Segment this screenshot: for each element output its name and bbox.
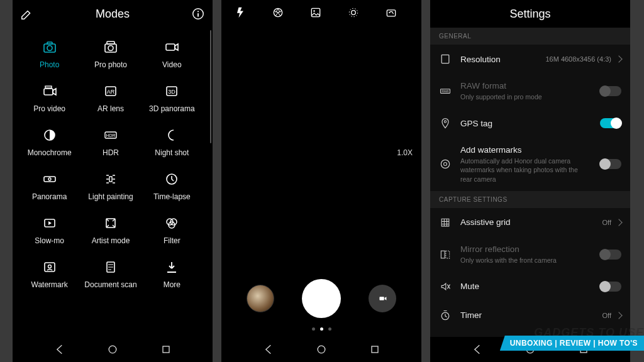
android-navbar [13,337,213,362]
nav-back-button[interactable] [471,343,484,356]
nav-back-button[interactable] [53,343,66,356]
mode-label: Monochrome [28,148,72,157]
settings-screen: Settings GENERAL Resolution 16M 4608x345… [430,0,630,362]
gps-icon [439,117,452,129]
settings-row-timer[interactable]: Timer Off [430,301,630,330]
shutter-button[interactable] [302,279,341,318]
settings-row-mute[interactable]: Mute [430,272,630,301]
row-subtitle: Only works with the front camera [460,256,591,265]
zoom-label[interactable]: 1.0X [397,148,413,157]
camera-screen: 1.0X [221,0,421,362]
row-subtitle: Automatically add Honor dual camera wate… [460,156,591,184]
mirror-icon [439,248,452,261]
camera-icon [39,39,60,55]
settings-row-mirror-reflection: Mirror reflection Only works with the fr… [430,237,630,272]
row-body: Resolution [460,55,536,64]
mode-time-lapse[interactable]: Time-lapse [142,171,203,201]
settings-row-assistive-grid[interactable]: Assistive grid Off [430,208,630,237]
monochrome-icon [39,127,60,143]
hdr-icon [100,127,121,143]
nav-home-button[interactable] [106,343,119,356]
mode-light-painting[interactable]: Light painting [80,171,141,201]
videocam-icon [375,292,389,305]
mode-pro-photo[interactable]: Pro photo [80,39,141,69]
mode-label: Document scan [84,280,136,289]
edit-button[interactable] [20,0,34,28]
mode-filter[interactable]: Filter [142,215,203,245]
modes-header: Modes [13,0,213,28]
row-body: Mirror reflection Only works with the fr… [460,244,591,265]
modes-title: Modes [96,8,130,21]
mode-artist-mode[interactable]: Artist mode [80,215,141,245]
toggle-switch[interactable] [600,159,621,169]
row-trailing: 16M 4608x3456 (4:3) [545,55,621,63]
mode-label: AR lens [97,104,124,113]
site-banner: UNBOXING | REVIEW | HOW TO'S [500,336,644,351]
effects-button[interactable] [347,6,360,19]
mode-label: Video [162,60,181,69]
panorama-icon [39,171,60,187]
nav-recent-button[interactable] [369,343,381,356]
toggle-switch[interactable] [600,118,621,128]
page-dot [328,327,331,331]
mode-pro-video[interactable]: Pro video [19,83,80,113]
page-indicator [221,327,421,331]
camera-top-controls [221,0,421,25]
mode-document-scan[interactable]: Document scan [80,259,141,289]
mode-watermark[interactable]: Watermark [19,259,80,289]
gallery-thumbnail[interactable] [247,285,274,312]
mode-photo[interactable]: Photo [19,39,80,69]
nav-recent-button[interactable] [160,343,172,356]
mode-video[interactable]: Video [142,39,203,69]
mode-3d-panorama[interactable]: 3D panorama [142,83,203,113]
switch-camera-button[interactable] [385,6,397,19]
docscan-icon [100,259,121,275]
grid-icon [439,216,452,229]
back-icon [262,343,275,356]
row-trailing [600,159,621,169]
mode-more[interactable]: More [142,259,203,289]
timelapse-icon [161,171,182,187]
gallery-button[interactable] [309,6,322,19]
page-dot [320,327,323,331]
row-body: GPS tag [460,119,591,128]
mode-label: Light painting [88,192,133,201]
filter-icon [161,215,182,231]
watermark2-icon [439,158,452,170]
mode-hdr[interactable]: HDR [80,127,141,157]
nav-home-button[interactable] [315,343,328,356]
settings-scroll-area[interactable]: GENERAL Resolution 16M 4608x3456 (4:3) R… [430,28,630,337]
modes-scroll-area[interactable]: Photo Pro photo Video Pro video AR lens … [13,28,209,334]
pro-camera-icon [100,39,121,55]
back-icon [471,343,484,356]
chevron-right-icon [615,219,622,226]
modes-scrollbar[interactable] [210,30,211,143]
mode-slow-mo[interactable]: Slow-mo [19,215,80,245]
mode-panorama[interactable]: Panorama [19,171,80,201]
mode-label: Slow-mo [35,236,64,245]
toggle-switch[interactable] [600,282,621,292]
recent-icon [160,343,172,356]
nav-back-button[interactable] [262,343,275,356]
row-title: Assistive grid [460,217,594,227]
pro-video-icon [39,83,60,99]
flash-button[interactable] [234,6,247,19]
settings-row-gps-tag[interactable]: GPS tag [430,109,630,138]
row-title: Mute [460,282,591,291]
aperture-icon [272,6,284,19]
row-body: RAW format Only supported in pro mode [460,81,591,101]
mode-night-shot[interactable]: Night shot [142,127,203,157]
row-value: Off [602,219,611,226]
settings-row-resolution[interactable]: Resolution 16M 4608x3456 (4:3) [430,45,630,74]
page-dot [312,327,315,331]
mode-monochrome[interactable]: Monochrome [19,127,80,157]
mode-label: Panorama [32,192,67,201]
video-mode-button[interactable] [369,285,396,312]
settings-row-add-watermarks[interactable]: Add watermarks Automatically add Honor d… [430,138,630,191]
info-button[interactable] [191,0,205,28]
mode-label: 3D panorama [149,104,195,113]
toggle-switch [600,86,621,96]
mode-ar-lens[interactable]: AR lens [80,83,141,113]
aperture-button[interactable] [272,6,284,19]
row-title: Add watermarks [460,145,591,155]
